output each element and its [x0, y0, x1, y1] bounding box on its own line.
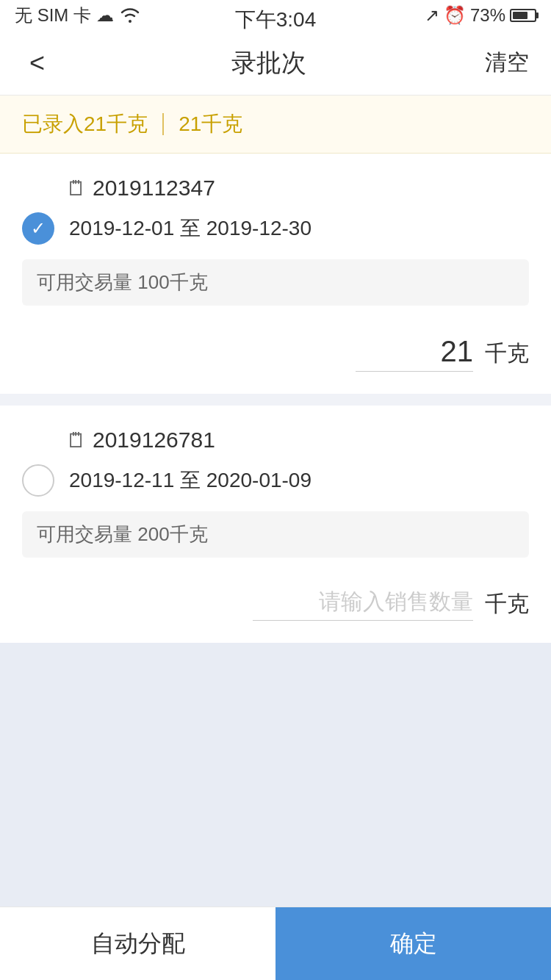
batch2-input-wrapper[interactable]: 请输入销售数量 — [253, 587, 473, 621]
batch1-quantity-value: 21 — [414, 335, 473, 368]
batch1-header: 🗒 2019112347 — [22, 176, 529, 201]
wifi-icon — [120, 8, 140, 23]
total-amount: 21千克 — [179, 110, 242, 138]
batch1-icon: 🗒 — [66, 176, 87, 201]
batch1-row[interactable]: ✓ 2019-12-01 至 2019-12-30 — [22, 212, 529, 245]
back-button[interactable]: < — [22, 40, 52, 86]
batch1-input-wrapper[interactable]: 21 — [356, 335, 473, 372]
batch2-icon: 🗒 — [66, 428, 87, 453]
confirm-button[interactable]: 确定 — [276, 907, 551, 980]
location-icon: ↗ — [425, 5, 439, 26]
auto-distribute-button[interactable]: 自动分配 — [0, 907, 276, 980]
battery-percent: 73% — [470, 5, 505, 26]
batch1-id: 2019112347 — [93, 176, 215, 201]
info-banner: 已录入21千克 21千克 — [0, 96, 551, 154]
recorded-label: 已录入21千克 — [22, 110, 148, 138]
card-divider-1 — [0, 394, 551, 406]
batch1-radio[interactable]: ✓ — [22, 212, 54, 245]
batch2-date: 2019-12-11 至 2020-01-09 — [69, 466, 311, 494]
batch2-header: 🗒 2019126781 — [22, 428, 529, 453]
nav-bar: < 录批次 清空 — [0, 31, 551, 96]
status-right: ↗ ⏰ 73% — [425, 5, 536, 26]
batch1-card: 🗒 2019112347 ✓ 2019-12-01 至 2019-12-30 可… — [0, 154, 551, 394]
batch2-unit: 千克 — [485, 589, 529, 619]
batch1-quantity-row: 21 千克 — [22, 320, 529, 394]
batch2-placeholder: 请输入销售数量 — [319, 587, 473, 617]
batch1-date: 2019-12-01 至 2019-12-30 — [69, 215, 311, 242]
status-left: 无 SIM 卡 ☁ — [15, 4, 140, 27]
batch1-underline — [356, 371, 473, 372]
sim-status: 无 SIM 卡 ☁ — [15, 4, 114, 27]
status-bar: 无 SIM 卡 ☁ 下午3:04 ↗ ⏰ 73% — [0, 0, 551, 31]
battery-icon — [510, 9, 536, 22]
batch2-input-row: 请输入销售数量 千克 — [22, 572, 529, 643]
batch2-underline — [253, 620, 473, 621]
page-title: 录批次 — [231, 46, 306, 80]
batch2-id: 2019126781 — [93, 428, 215, 453]
bottom-bar: 自动分配 确定 — [0, 907, 551, 980]
batch2-radio[interactable] — [22, 464, 54, 497]
alarm-icon: ⏰ — [444, 5, 466, 26]
batch2-card: 🗒 2019126781 2019-12-11 至 2020-01-09 可用交… — [0, 406, 551, 643]
banner-divider — [162, 113, 164, 135]
status-time: 下午3:04 — [235, 6, 317, 34]
clear-button[interactable]: 清空 — [485, 48, 529, 78]
batch1-unit: 千克 — [485, 339, 529, 369]
check-icon: ✓ — [31, 218, 46, 239]
batch1-available: 可用交易量 100千克 — [22, 259, 529, 306]
batch2-row[interactable]: 2019-12-11 至 2020-01-09 — [22, 464, 529, 497]
batch2-available: 可用交易量 200千克 — [22, 511, 529, 558]
